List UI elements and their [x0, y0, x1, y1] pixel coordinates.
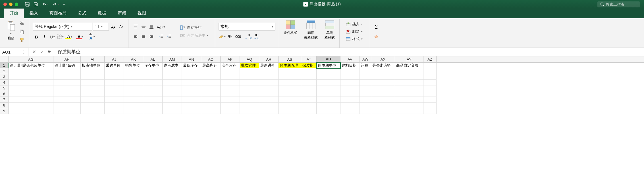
- row-header-5[interactable]: 5: [0, 85, 9, 91]
- cell-AH6[interactable]: [53, 91, 81, 97]
- column-header-AG[interactable]: AG: [9, 56, 53, 62]
- select-all-corner[interactable]: [0, 56, 9, 62]
- column-header-AZ[interactable]: AZ: [423, 56, 437, 62]
- column-header-AO[interactable]: AO: [201, 56, 221, 62]
- align-center-button[interactable]: [140, 33, 147, 40]
- cell-AU5[interactable]: [317, 85, 340, 91]
- align-top-button[interactable]: [132, 23, 139, 30]
- clear-button[interactable]: [373, 32, 380, 40]
- align-left-button[interactable]: [132, 33, 139, 40]
- cell-AM3[interactable]: [163, 74, 182, 80]
- column-header-AW[interactable]: AW: [360, 56, 371, 62]
- cell-AQ3[interactable]: [240, 74, 259, 80]
- cell-AM7[interactable]: [163, 97, 182, 103]
- align-bottom-button[interactable]: [148, 23, 155, 30]
- insert-cells-button[interactable]: 插入▾: [343, 21, 365, 27]
- cell-AN8[interactable]: [182, 103, 201, 108]
- cell-AU4[interactable]: [317, 80, 340, 85]
- row-header-4[interactable]: 4: [0, 80, 9, 85]
- cell-AZ6[interactable]: [423, 91, 437, 97]
- cell-AK2[interactable]: [124, 68, 143, 74]
- minimize-window-button[interactable]: [9, 3, 13, 6]
- cell-AX6[interactable]: [371, 91, 395, 97]
- column-header-AI[interactable]: AI: [81, 56, 105, 62]
- paste-button[interactable]: ▾ 粘贴: [5, 19, 16, 41]
- tab-页面布局[interactable]: 页面布局: [44, 8, 72, 18]
- namebox-down[interactable]: ▾: [22, 52, 26, 55]
- autosave-icon[interactable]: [25, 2, 30, 7]
- cell-AV3[interactable]: [340, 74, 360, 80]
- cell-AN7[interactable]: [182, 97, 201, 103]
- cell-AZ2[interactable]: [423, 68, 437, 74]
- qat-customize[interactable]: ▾: [63, 2, 65, 7]
- conditional-format-button[interactable]: 条件格式: [282, 19, 298, 36]
- column-header-AJ[interactable]: AJ: [105, 56, 124, 62]
- cell-AX2[interactable]: [371, 68, 395, 74]
- borders-button[interactable]: ▾: [57, 33, 64, 40]
- cell-AZ8[interactable]: [423, 103, 437, 108]
- cell-AI9[interactable]: [81, 108, 105, 114]
- cell-AS2[interactable]: [279, 68, 301, 74]
- cell-AJ8[interactable]: [105, 103, 124, 108]
- accept-formula-button[interactable]: ✓: [40, 49, 44, 55]
- cell-AI8[interactable]: [81, 103, 105, 108]
- cell-AT4[interactable]: [301, 80, 317, 85]
- row-header-2[interactable]: 2: [0, 68, 9, 74]
- tab-插入[interactable]: 插入: [24, 8, 44, 18]
- cell-AJ7[interactable]: [105, 97, 124, 103]
- name-box[interactable]: AU1 ▴▾: [0, 48, 28, 56]
- cell-AN9[interactable]: [182, 108, 201, 114]
- column-header-AS[interactable]: AS: [279, 56, 301, 62]
- cell-AL6[interactable]: [143, 91, 163, 97]
- cell-AP6[interactable]: [221, 91, 240, 97]
- cell-AQ1[interactable]: 批次管理: [240, 63, 259, 68]
- cell-AG5[interactable]: [9, 85, 53, 91]
- cell-AV7[interactable]: [340, 97, 360, 103]
- cell-AL5[interactable]: [143, 85, 163, 91]
- cell-AY7[interactable]: [395, 97, 423, 103]
- cell-AG9[interactable]: [9, 108, 53, 114]
- cell-AZ1[interactable]: [423, 63, 437, 68]
- cell-AZ4[interactable]: [423, 80, 437, 85]
- cell-AW4[interactable]: [360, 80, 371, 85]
- cancel-formula-button[interactable]: ✕: [32, 49, 36, 55]
- cell-AM8[interactable]: [163, 103, 182, 108]
- cell-AP2[interactable]: [221, 68, 240, 74]
- cell-AN2[interactable]: [182, 68, 201, 74]
- cell-AG3[interactable]: [9, 74, 53, 80]
- cell-AS6[interactable]: [279, 91, 301, 97]
- cell-AJ9[interactable]: [105, 108, 124, 114]
- cell-AZ5[interactable]: [423, 85, 437, 91]
- cell-AT6[interactable]: [301, 91, 317, 97]
- currency-button[interactable]: ▾: [219, 33, 226, 40]
- cell-AW7[interactable]: [360, 97, 371, 103]
- cell-AH3[interactable]: [53, 74, 81, 80]
- font-color-button[interactable]: A▾: [75, 33, 83, 40]
- save-icon[interactable]: [34, 2, 38, 7]
- cell-AY2[interactable]: [395, 68, 423, 74]
- zoom-window-button[interactable]: [15, 3, 18, 6]
- cell-AI4[interactable]: [81, 80, 105, 85]
- cell-AT7[interactable]: [301, 97, 317, 103]
- cell-AK4[interactable]: [124, 80, 143, 85]
- cell-styles-button[interactable]: 单元 格样式: [323, 19, 336, 41]
- namebox-up[interactable]: ▴: [22, 49, 26, 52]
- cell-AH8[interactable]: [53, 103, 81, 108]
- cell-AS4[interactable]: [279, 80, 301, 85]
- tab-视图[interactable]: 视图: [132, 8, 152, 18]
- cell-AU3[interactable]: [317, 74, 340, 80]
- cell-AO9[interactable]: [201, 108, 221, 114]
- cell-AO7[interactable]: [201, 97, 221, 103]
- cell-AV8[interactable]: [340, 103, 360, 108]
- cell-AO5[interactable]: [201, 85, 221, 91]
- cell-AR5[interactable]: [259, 85, 279, 91]
- cell-AN3[interactable]: [182, 74, 201, 80]
- cell-AS5[interactable]: [279, 85, 301, 91]
- cell-AO8[interactable]: [201, 103, 221, 108]
- cell-AM5[interactable]: [163, 85, 182, 91]
- column-header-AQ[interactable]: AQ: [240, 56, 259, 62]
- decrease-font-button[interactable]: A▾: [117, 23, 125, 30]
- cell-AJ1[interactable]: 采购单位: [105, 63, 124, 68]
- column-header-AH[interactable]: AH: [53, 56, 81, 62]
- cell-AU1[interactable]: 保质期单位: [317, 63, 340, 68]
